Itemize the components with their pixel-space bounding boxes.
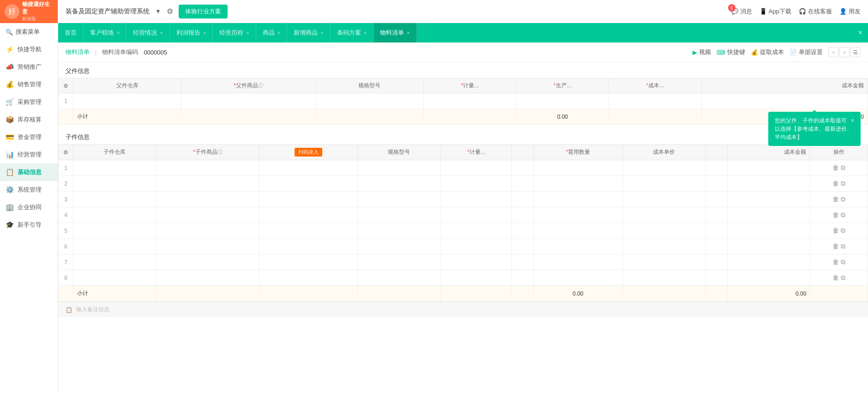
child-row-5-unit[interactable] bbox=[440, 223, 512, 239]
tooltip-close-button[interactable]: × bbox=[851, 116, 854, 125]
parent-row-1-unit[interactable] bbox=[423, 93, 516, 109]
tab-operation-status[interactable]: 经营情况 × bbox=[127, 23, 169, 42]
child-row-4-unit[interactable] bbox=[440, 207, 512, 223]
child-row-2-spec[interactable] bbox=[358, 176, 441, 192]
child-col-settings[interactable]: ⚙ bbox=[59, 145, 73, 160]
online-service-item[interactable]: 🎧 在线客服 bbox=[799, 7, 832, 16]
child-row-7-goods[interactable] bbox=[156, 254, 259, 270]
child-row-4-spec[interactable] bbox=[358, 207, 441, 223]
tab-operation-status-close[interactable]: × bbox=[160, 30, 163, 36]
child-row-1-unit-cost[interactable] bbox=[622, 160, 705, 176]
delete-icon[interactable]: 🗑 bbox=[832, 242, 839, 250]
child-row-4-goods[interactable] bbox=[156, 207, 259, 223]
copy-icon[interactable]: ⧉ bbox=[841, 227, 845, 235]
child-row-7-warehouse[interactable] bbox=[73, 254, 157, 270]
parent-row-1-spec[interactable] bbox=[315, 93, 423, 109]
parent-col-settings[interactable]: ⚙ bbox=[59, 79, 73, 93]
sidebar-item-enterprise[interactable]: 🏢 企业协同 bbox=[0, 199, 58, 216]
child-row-2-unit[interactable] bbox=[440, 176, 512, 192]
trial-button[interactable]: 体验行业方案 bbox=[179, 5, 228, 18]
tab-goods[interactable]: 商品 × bbox=[256, 23, 287, 42]
parent-row-1-goods[interactable] bbox=[181, 93, 316, 109]
child-row-7-unit-cost[interactable] bbox=[622, 254, 705, 270]
tab-profit-report-close[interactable]: × bbox=[203, 30, 206, 36]
search-menu[interactable]: 🔍 搜索菜单 bbox=[0, 23, 58, 41]
tab-bom-close[interactable]: × bbox=[407, 30, 410, 36]
copy-icon[interactable]: ⧉ bbox=[841, 274, 845, 282]
tab-customer-close[interactable]: × bbox=[117, 30, 120, 36]
child-row-8-unit[interactable] bbox=[440, 270, 512, 286]
child-row-6-unit-cost[interactable] bbox=[622, 239, 705, 254]
sidebar-item-finance[interactable]: 💳 资金管理 bbox=[0, 128, 58, 146]
nav-prev-button[interactable]: ‹ bbox=[828, 47, 838, 57]
child-row-4-warehouse[interactable] bbox=[73, 207, 157, 223]
child-row-2-warehouse[interactable] bbox=[73, 176, 157, 192]
child-row-5-warehouse[interactable] bbox=[73, 223, 157, 239]
child-row-5-unit-cost[interactable] bbox=[622, 223, 705, 239]
delete-icon[interactable]: 🗑 bbox=[832, 164, 839, 172]
notifications-item[interactable]: 💬 6 消息 bbox=[731, 7, 752, 16]
child-row-7-spec[interactable] bbox=[358, 254, 441, 270]
sidebar-item-system[interactable]: ⚙️ 系统管理 bbox=[0, 181, 58, 199]
scan-button[interactable]: 扫码录入 bbox=[295, 148, 322, 157]
child-row-3-warehouse[interactable] bbox=[73, 192, 157, 207]
child-row-5-spec[interactable] bbox=[358, 223, 441, 239]
tab-bom[interactable]: 物料清单 × bbox=[374, 23, 416, 42]
child-row-3-unit-cost[interactable] bbox=[622, 192, 705, 207]
tab-new-goods[interactable]: 新增商品 × bbox=[287, 23, 330, 42]
copy-icon[interactable]: ⧉ bbox=[841, 211, 845, 219]
tab-home[interactable]: 首页 bbox=[58, 23, 84, 42]
delete-icon[interactable]: 🗑 bbox=[832, 274, 839, 282]
child-row-4-unit-cost[interactable] bbox=[622, 207, 705, 223]
sidebar-item-purchase[interactable]: 🛒 采购管理 bbox=[0, 93, 58, 111]
child-row-6-qty[interactable] bbox=[533, 239, 622, 254]
topbar-dropdown-icon[interactable]: ▼ bbox=[155, 8, 161, 15]
user-item[interactable]: 👤 用友 bbox=[839, 7, 861, 16]
copy-icon[interactable]: ⧉ bbox=[841, 195, 845, 203]
tab-operation-history[interactable]: 经营历程 × bbox=[213, 23, 256, 42]
delete-icon[interactable]: 🗑 bbox=[832, 180, 839, 187]
copy-icon[interactable]: ⧉ bbox=[841, 164, 845, 172]
child-row-6-goods[interactable] bbox=[156, 239, 259, 254]
nav-next-button[interactable]: › bbox=[839, 47, 850, 57]
child-row-8-spec[interactable] bbox=[358, 270, 441, 286]
child-row-2-unit-cost[interactable] bbox=[622, 176, 705, 192]
nav-menu-button[interactable]: ☰ bbox=[850, 47, 861, 57]
child-row-6-spec[interactable] bbox=[358, 239, 441, 254]
sidebar-item-marketing[interactable]: 📣 营销推广 bbox=[0, 58, 58, 76]
sidebar-item-quick-nav[interactable]: ⚡ 快捷导航 bbox=[0, 41, 58, 58]
child-row-7-unit[interactable] bbox=[440, 254, 512, 270]
delete-icon[interactable]: 🗑 bbox=[832, 227, 839, 235]
action-doc-setting[interactable]: 📄 单据设置 bbox=[790, 48, 823, 56]
breadcrumb-current[interactable]: 物料清单 bbox=[66, 48, 90, 56]
child-row-2-qty[interactable] bbox=[533, 176, 622, 192]
child-row-3-unit[interactable] bbox=[440, 192, 512, 207]
topbar-gear-icon[interactable]: ⚙ bbox=[167, 7, 173, 16]
child-row-5-qty[interactable] bbox=[533, 223, 622, 239]
tab-barcode[interactable]: 条码方案 × bbox=[331, 23, 374, 42]
child-row-2-goods[interactable] bbox=[156, 176, 259, 192]
sidebar-item-operations[interactable]: 📊 经营管理 bbox=[0, 146, 58, 163]
delete-icon[interactable]: 🗑 bbox=[832, 211, 839, 219]
action-video[interactable]: ▶ 视频 bbox=[693, 48, 711, 56]
tab-barcode-close[interactable]: × bbox=[364, 30, 367, 36]
child-row-8-goods[interactable] bbox=[156, 270, 259, 286]
tab-profit-report[interactable]: 利润报告 × bbox=[170, 23, 213, 42]
child-row-1-warehouse[interactable] bbox=[73, 160, 157, 176]
sidebar-item-basic-info[interactable]: 📋 基础信息 bbox=[0, 163, 58, 181]
copy-icon[interactable]: ⧉ bbox=[841, 258, 845, 266]
child-col-scan[interactable]: 扫码录入 bbox=[259, 145, 358, 160]
tab-goods-close[interactable]: × bbox=[277, 30, 280, 36]
child-row-6-unit[interactable] bbox=[440, 239, 512, 254]
delete-icon[interactable]: 🗑 bbox=[832, 195, 839, 203]
child-row-3-goods[interactable] bbox=[156, 192, 259, 207]
copy-icon[interactable]: ⧉ bbox=[841, 242, 845, 250]
child-row-3-qty[interactable] bbox=[533, 192, 622, 207]
sidebar-item-guide[interactable]: 🎓 新手引导 bbox=[0, 216, 58, 234]
app-download-item[interactable]: 📱 App下载 bbox=[760, 7, 791, 16]
child-row-7-qty[interactable] bbox=[533, 254, 622, 270]
parent-row-1-warehouse[interactable] bbox=[73, 93, 181, 109]
child-row-8-unit-cost[interactable] bbox=[622, 270, 705, 286]
child-row-5-goods[interactable] bbox=[156, 223, 259, 239]
action-shortcut[interactable]: ⌨ 快捷键 bbox=[717, 48, 745, 56]
